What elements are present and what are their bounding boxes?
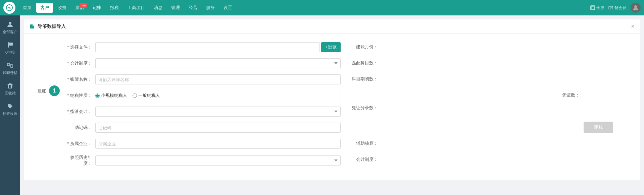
member-button[interactable]: 畅会员: [608, 5, 627, 11]
member-label: 畅会员: [614, 5, 627, 11]
build-month-label: 建账月份：: [351, 44, 381, 50]
history-year-control: [95, 155, 341, 166]
step-label: 建账: [38, 87, 46, 94]
accountant-select[interactable]: [95, 107, 341, 117]
accountant-label: * 指派会计：: [65, 109, 95, 115]
subject-init-label: 科目期初数：: [351, 76, 381, 82]
file-label: * 选择文件：: [65, 44, 95, 50]
memo-input[interactable]: [95, 123, 341, 133]
subject-init-row: 科目期初数：: [351, 74, 627, 84]
nav-item-finance[interactable]: 经营: [185, 3, 201, 13]
person-icon: [6, 21, 14, 28]
app-logo[interactable]: [3, 2, 15, 14]
memo-label: 助记码：: [65, 125, 95, 131]
svg-rect-10: [10, 65, 13, 67]
accounting-system-select[interactable]: [95, 58, 341, 68]
nav-right-area: 全屏 畅会员: [590, 3, 641, 13]
close-button[interactable]: ×: [631, 23, 635, 29]
company-input[interactable]: [95, 139, 341, 149]
new-badge: new: [80, 3, 87, 8]
right-accounting-system-label: 会计制度：: [351, 156, 381, 162]
flag-icon: [6, 41, 14, 49]
tax-type-row: * 纳税性质： 小规模纳税人 一般纳税人: [65, 90, 341, 101]
nav-item-tax[interactable]: 报税: [106, 3, 123, 13]
svg-rect-9: [7, 63, 10, 66]
aux-accounting-row: 辅助核算：: [351, 138, 627, 148]
voucher-inner-row: 凭证数：: [553, 90, 620, 100]
main-layout: 全部客户 0申报 账套迁移: [0, 15, 644, 195]
company-label: * 所属企业：: [65, 141, 95, 147]
match-subjects-label: 匹配科目数：: [351, 60, 381, 66]
top-navigation: 首页 客户 收费 票据 new 记账 报税 工商项目 消息 管理 经营 服务 设…: [0, 0, 644, 15]
step-circle: 1: [49, 85, 60, 96]
panel-title: 导爷数据导入: [38, 23, 66, 29]
nav-item-settings[interactable]: 设置: [219, 3, 236, 13]
nav-item-service[interactable]: 服务: [202, 3, 219, 13]
nav-item-client[interactable]: 客户: [36, 3, 53, 13]
ledger-name-input[interactable]: [95, 74, 341, 84]
tax-type-control: 小规模纳税人 一般纳税人: [95, 92, 341, 99]
tax-small-radio[interactable]: [95, 93, 100, 98]
nav-menu: 首页 客户 收费 票据 new 记账 报税 工商项目 消息 管理 经营 服务 设…: [19, 3, 590, 13]
aux-accounting-label: 辅助核算：: [351, 140, 381, 146]
accounting-system-row: * 会计制度：: [65, 58, 341, 69]
history-year-select[interactable]: [95, 155, 341, 166]
company-control: [95, 139, 341, 149]
svg-point-4: [610, 7, 611, 8]
nav-item-invoice[interactable]: 票据 new: [71, 3, 88, 13]
tax-small-label[interactable]: 小规模纳税人: [95, 92, 127, 99]
accountant-control: [95, 107, 341, 117]
form-right: 建账月份： 匹配科目数： 科目期初数： 凭证数：: [341, 42, 627, 171]
tax-general-label[interactable]: 一般纳税人: [133, 92, 160, 99]
step-indicator: 建账 1: [38, 42, 60, 96]
accountant-row: * 指派会计：: [65, 106, 341, 117]
company-row: * 所属企业：: [65, 138, 341, 149]
sidebar-item-declaration[interactable]: 0申报: [1, 39, 19, 58]
ledger-name-control: [95, 74, 341, 84]
file-row: * 选择文件： +浏览: [65, 42, 341, 53]
nav-item-billing[interactable]: 收费: [54, 3, 70, 13]
nav-item-business[interactable]: 工商项目: [123, 3, 149, 13]
tag-icon: [6, 103, 14, 110]
sidebar-item-recycle[interactable]: 回收站: [1, 79, 19, 99]
ledger-name-label: * 账簿名称：: [65, 76, 95, 82]
file-control: +浏览: [95, 42, 341, 52]
svg-rect-2: [591, 6, 594, 9]
build-button[interactable]: 建账: [584, 122, 613, 133]
svg-rect-8: [8, 42, 9, 48]
sidebar: 全部客户 0申报 账套迁移: [0, 15, 20, 195]
fullscreen-label: 全屏: [596, 5, 604, 11]
file-input[interactable]: [95, 42, 320, 52]
browse-button[interactable]: +浏览: [321, 42, 341, 52]
fullscreen-button[interactable]: 全屏: [590, 5, 604, 11]
memo-control: [95, 123, 341, 133]
accounting-system-control: [95, 58, 341, 68]
nav-item-message[interactable]: 消息: [150, 3, 166, 13]
sidebar-label: 标签设置: [3, 111, 17, 116]
trash-icon: [6, 82, 14, 89]
ledger-name-row: * 账簿名称：: [65, 74, 341, 85]
build-month-row: 建账月份：: [351, 42, 627, 52]
right-accounting-system-row: 会计制度：: [351, 154, 627, 165]
user-avatar[interactable]: [631, 3, 641, 13]
panel-header: 导爷数据导入: [24, 19, 640, 34]
history-year-row: 参照历史年度：: [65, 154, 341, 167]
sidebar-label: 回收站: [5, 91, 16, 96]
history-year-label: 参照历史年度：: [65, 154, 95, 167]
svg-rect-3: [609, 6, 613, 9]
sidebar-item-account-migration[interactable]: 账套迁移: [1, 59, 19, 78]
sidebar-item-tag-settings[interactable]: 标签设置: [1, 100, 19, 119]
svg-point-5: [634, 5, 637, 8]
voucher-entries-row: 凭证分录数：: [351, 103, 627, 113]
sidebar-label: 全部客户: [3, 29, 17, 35]
panel-body: 建账 1 * 选择文件： +浏览: [24, 34, 640, 180]
build-button-container: 建账: [351, 118, 613, 133]
voucher-count-label: 凭证数：: [553, 92, 583, 98]
nav-item-manage[interactable]: 管理: [167, 3, 184, 13]
voucher-entries-label: 凭证分录数：: [351, 105, 381, 111]
nav-item-home[interactable]: 首页: [19, 3, 36, 13]
tax-general-radio[interactable]: [133, 93, 137, 98]
nav-item-account[interactable]: 记账: [89, 3, 105, 13]
svg-rect-7: [8, 43, 13, 46]
sidebar-item-all-clients[interactable]: 全部客户: [1, 18, 19, 37]
